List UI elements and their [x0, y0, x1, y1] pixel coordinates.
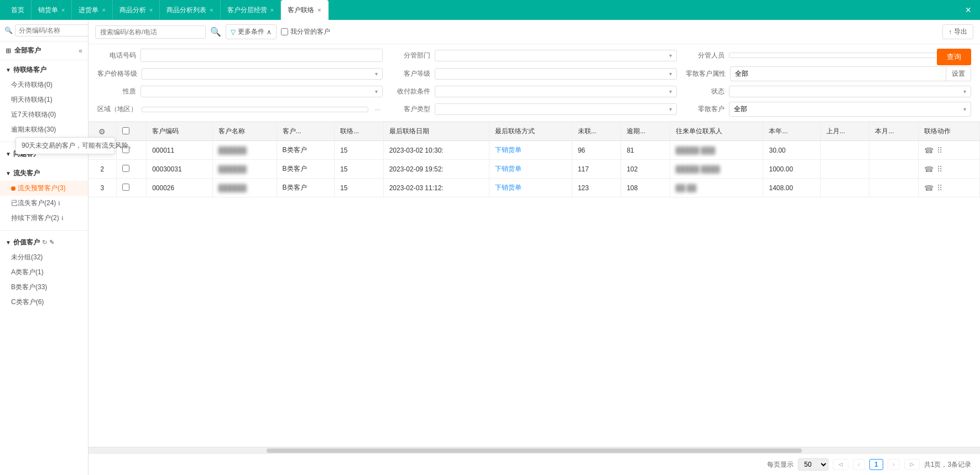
filter-select-price-level[interactable]: ▾ [142, 68, 383, 80]
sidebar-item-today[interactable]: 今天待联络(0) [0, 77, 88, 92]
chevron-down-icon-status: ▾ [963, 88, 966, 95]
more-action-icon-2[interactable]: ⠿ [937, 165, 942, 174]
th-overdue: 逾期... [621, 122, 670, 141]
scrollbar-thumb[interactable] [267, 448, 801, 453]
sidebar-item-tomorrow[interactable]: 明天待联络(1) [0, 92, 88, 107]
phone-icon-2[interactable]: ☎ [924, 165, 934, 174]
refresh-icon[interactable]: ↻ [42, 239, 47, 246]
pagination-last-button[interactable]: ⊳ [904, 459, 920, 470]
tab-product-list[interactable]: 商品分析列表 × [160, 0, 220, 20]
filter-select-payment[interactable]: ▾ [435, 86, 677, 97]
content-area: 🔍 ▽ 更多条件 ∧ 我分管的客户 ↑ 导出 电话号码 [88, 20, 980, 475]
filter-select-zero-attr[interactable]: 全部 ▾ [730, 66, 971, 81]
contact-way-link-3[interactable]: 下销货单 [495, 184, 522, 191]
tab-close-product-analysis[interactable]: × [149, 7, 153, 13]
filter-row-price-level: 客户价格等级 ▾ [97, 66, 383, 81]
td-way-3: 下销货单 [489, 179, 572, 197]
more-conditions-button[interactable]: ▽ 更多条件 ∧ [226, 24, 277, 39]
tab-close-customer-contact[interactable]: × [317, 7, 321, 13]
tab-product-analysis[interactable]: 商品分析 × [113, 0, 160, 20]
sidebar-group-value-title[interactable]: ▼ 价值客户 ↻ ✎ [0, 235, 88, 250]
tab-customer-layer[interactable]: 客户分层经营 × [221, 0, 281, 20]
th-checkbox [116, 122, 147, 141]
filter-select-customer-level[interactable]: ▾ [435, 68, 677, 80]
query-button[interactable]: 查询 [937, 49, 971, 65]
filter-row-payment: 收付款条件 ▾ [392, 86, 677, 97]
th-contact-count: 联络... [335, 122, 383, 141]
column-settings-button[interactable]: ⚙ [98, 127, 106, 136]
th-name: 客户名称 [212, 122, 277, 141]
filter-select-customer-type[interactable]: ▾ [435, 103, 677, 115]
sidebar-item-week[interactable]: 近7天待联络(0) [0, 107, 88, 122]
sidebar-group-pending: ▼ 待联络客户 今天待联络(0) 明天待联络(1) 近7天待联络(0) 逾期未联… [0, 60, 88, 139]
filter-row-dept: 分管部门 ▾ [392, 49, 677, 62]
export-button[interactable]: ↑ 导出 [942, 24, 973, 39]
my-customers-check[interactable]: 我分管的客户 [281, 27, 330, 36]
row-checkbox-2[interactable] [122, 165, 129, 172]
table-header-row: ⚙ 客户编码 客户名称 客户... [88, 122, 980, 141]
filter-select-nature[interactable]: ▾ [140, 86, 383, 97]
dot-icon [11, 186, 15, 191]
filter-search-input[interactable] [95, 25, 206, 39]
sidebar-group-churn: ▼ 流失客户 流失预警客户(3) 已流失客户(24) ℹ 持续下滑客户(2) ℹ [0, 164, 88, 228]
sidebar-item-class-c[interactable]: C类客户(6) [0, 295, 88, 310]
tab-sales[interactable]: 销货单 × [32, 0, 72, 20]
tab-close-product-list[interactable]: × [210, 7, 213, 13]
td-unlinked-2: 117 [572, 160, 621, 179]
filter-select-person[interactable] [729, 53, 957, 58]
phone-icon-3[interactable]: ☎ [924, 184, 934, 192]
filter-row-customer-type: 客户类型 ▾ [392, 102, 677, 117]
sidebar-group-churn-title[interactable]: ▼ 流失客户 [0, 166, 88, 181]
filter-select-status[interactable]: ▾ [729, 86, 971, 97]
more-action-icon-3[interactable]: ⠿ [937, 184, 942, 192]
filter-select-dept[interactable]: ▾ [435, 50, 677, 61]
sidebar-item-overdue[interactable]: 逾期未联络(30) [0, 122, 88, 137]
action-icons-2: ☎ ⠿ [924, 165, 974, 174]
tab-home[interactable]: 首页 [4, 0, 32, 20]
sidebar-item-class-b[interactable]: B类客户(33) [0, 280, 88, 295]
more-action-icon-1[interactable]: ⠿ [937, 146, 942, 155]
sidebar-all-customers[interactable]: ⊞ 全部客户 « [0, 41, 88, 60]
sidebar-item-class-a[interactable]: A类客户(1) [0, 265, 88, 280]
horizontal-scrollbar[interactable] [88, 447, 980, 453]
sidebar-item-ungrouped[interactable]: 未分组(32) [0, 250, 88, 265]
edit-icon[interactable]: ✎ [49, 239, 54, 246]
td-type-1: B类客户 [277, 141, 335, 160]
pagination-prev-button[interactable]: ‹ [853, 459, 865, 470]
filter-select-region[interactable] [142, 107, 368, 112]
pagination-first-button[interactable]: ⊲ [833, 459, 848, 470]
tab-close-customer-layer[interactable]: × [270, 7, 274, 13]
pagination-next-button[interactable]: › [888, 459, 900, 470]
td-year-3: 1408.00 [763, 179, 821, 197]
contact-way-link-2[interactable]: 下销货单 [495, 165, 522, 173]
filter-label-customer-type: 客户类型 [392, 105, 430, 114]
settings-button[interactable]: 设置 [946, 66, 971, 81]
ellipsis-icon-region[interactable]: ··· [373, 106, 383, 113]
filter-input-phone[interactable] [140, 49, 383, 62]
sidebar-group-pending-title[interactable]: ▼ 待联络客户 [0, 62, 88, 77]
td-action-1: ☎ ⠿ [918, 141, 979, 160]
contact-way-link-1[interactable]: 下销货单 [495, 146, 522, 154]
phone-icon-1[interactable]: ☎ [924, 146, 934, 155]
chevron-down-icon-level: ▾ [669, 71, 672, 77]
td-overdue-1: 81 [621, 141, 670, 160]
filter-label-payment: 收付款条件 [392, 87, 430, 96]
tab-customer-contact[interactable]: 客户联络 × [281, 0, 328, 20]
sidebar-search-input[interactable] [15, 24, 88, 36]
filter-label-zero-attr: 零散客户属性 [686, 69, 726, 79]
filter-select-zero-customer[interactable]: 全部 ▾ [729, 102, 971, 117]
select-all-checkbox[interactable] [122, 127, 129, 134]
sidebar-item-declining[interactable]: 持续下滑客户(2) ℹ [0, 211, 88, 226]
sidebar-item-already-churn[interactable]: 已流失客户(24) ℹ [0, 196, 88, 211]
tab-close-sales[interactable]: × [61, 7, 65, 13]
per-page-select[interactable]: 50 100 200 [798, 458, 828, 471]
tab-close-purchase[interactable]: × [102, 7, 105, 13]
tab-purchase[interactable]: 进货单 × [72, 0, 112, 20]
triangle-icon-4: ▼ [6, 239, 11, 246]
row-checkbox-3[interactable] [122, 184, 129, 191]
sidebar-item-churn-warning[interactable]: 流失预警客户(3) [0, 181, 88, 196]
window-close-button[interactable]: × [961, 4, 976, 16]
my-customers-checkbox[interactable] [281, 28, 288, 35]
sidebar-collapse-button[interactable]: « [79, 47, 82, 55]
filter-search-button[interactable]: 🔍 [210, 27, 221, 37]
